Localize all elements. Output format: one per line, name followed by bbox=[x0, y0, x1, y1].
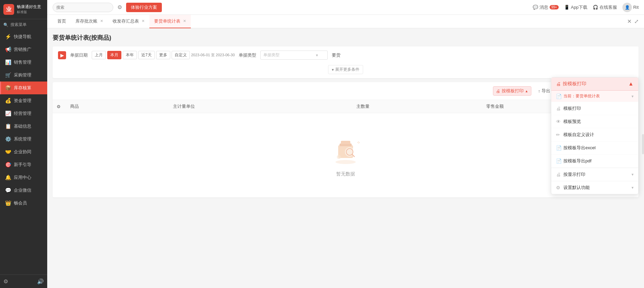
online-service-btn[interactable]: 🎧 在线客服 bbox=[593, 4, 617, 10]
date-btn-this-month[interactable]: 本月 bbox=[107, 51, 121, 59]
tab-order-summary[interactable]: 要货单统计表 ✕ bbox=[149, 15, 191, 28]
filter-expand-arrow[interactable]: ▶ bbox=[58, 51, 66, 59]
topbar-actions: 💬 消息 99+ 📱 App下载 🎧 在线客服 👤 Rit bbox=[533, 3, 639, 12]
sidebar-item-finance[interactable]: 💰 资金管理 bbox=[0, 94, 47, 107]
popup-current-icon: 📄 bbox=[556, 94, 562, 99]
cooperation-icon: 🤝 bbox=[5, 149, 11, 155]
tab-receipt-summary-close[interactable]: ✕ bbox=[142, 19, 145, 23]
tab-order-summary-close[interactable]: ✕ bbox=[183, 19, 186, 23]
member-icon: 👑 bbox=[5, 200, 11, 206]
tab-order-summary-label: 要货单统计表 bbox=[154, 18, 180, 24]
tab-home[interactable]: 首页 bbox=[53, 15, 71, 28]
app-name: 畅康通好生意 bbox=[17, 4, 41, 10]
tab-home-label: 首页 bbox=[57, 18, 66, 24]
export-pdf-label: 按模板导出pdf bbox=[563, 158, 591, 164]
topbar-gear-icon[interactable]: ⚙ bbox=[117, 4, 122, 10]
sidebar-item-newbie[interactable]: 🎯 新手引导 bbox=[0, 158, 47, 171]
sidebar-item-purchase[interactable]: 🛒 采购管理 bbox=[0, 69, 47, 82]
sidebar-item-member[interactable]: 👑 畅会员 bbox=[0, 197, 47, 210]
inventory-icon: 📦 bbox=[5, 85, 11, 91]
template-design-icon: ✏ bbox=[556, 132, 560, 137]
search-menu-label: 搜索菜单 bbox=[10, 22, 27, 28]
date-btn-custom[interactable]: 自定义 bbox=[172, 51, 190, 59]
filter-row-1: ▶ 单据日期 上月 本月 本年 近7天 更多 自定义 2023-06-01 至 … bbox=[58, 51, 633, 60]
search-input[interactable] bbox=[53, 3, 113, 12]
date-btn-last-month[interactable]: 上月 bbox=[92, 51, 106, 59]
settings-bottom-icon[interactable]: ⚙ bbox=[3, 278, 8, 285]
popup-item-template-design[interactable]: ✏ 模板自定义设计 bbox=[551, 128, 638, 141]
sidebar-item-wechat[interactable]: 💬 企业微信 bbox=[0, 184, 47, 197]
user-avatar-placeholder: 👤 bbox=[625, 5, 630, 10]
sidebar-item-label: 采购管理 bbox=[14, 72, 31, 78]
default-func-icon: ⚙ bbox=[556, 185, 560, 190]
system-icon: ⚙️ bbox=[5, 136, 11, 142]
sidebar-item-marketing[interactable]: 📢 营销推广 bbox=[0, 43, 47, 56]
sidebar-item-label: 基础信息 bbox=[14, 123, 31, 129]
print-arrow-icon: ▲ bbox=[525, 89, 528, 93]
operation-icon: 📈 bbox=[5, 110, 11, 117]
tab-window-close-btn[interactable]: ✕ bbox=[627, 18, 632, 25]
date-btn-more[interactable]: 更多 bbox=[156, 51, 170, 59]
sidebar-item-label: 系统管理 bbox=[14, 136, 31, 142]
tab-receipt-summary[interactable]: 收发存汇总表 ✕ bbox=[108, 15, 149, 28]
expand-more-btn[interactable]: ▾ 展开更多条件 bbox=[328, 65, 363, 74]
date-btn-7days[interactable]: 近7天 bbox=[138, 51, 155, 59]
search-icon: 🔍 bbox=[3, 23, 8, 27]
sidebar-item-cooperation[interactable]: 🤝 企业协同 bbox=[0, 146, 47, 158]
popup-item-export-pdf[interactable]: 📄 按模板导出pdf bbox=[551, 155, 638, 168]
main-content: ⚙ 体验行业方案 💬 消息 99+ 📱 App下载 🎧 在线客服 👤 Rit bbox=[47, 0, 644, 288]
sidebar-item-system[interactable]: ⚙️ 系统管理 bbox=[0, 133, 47, 146]
wechat-icon: 💬 bbox=[5, 187, 11, 193]
message-icon: 💬 bbox=[533, 5, 538, 10]
popup-current-item[interactable]: 📄 当前：要货单统计表 ▾ bbox=[551, 91, 638, 102]
sidebar-item-sales[interactable]: 📊 销售管理 bbox=[0, 56, 47, 69]
tab-window-expand-btn[interactable]: ⤢ bbox=[634, 18, 639, 25]
sidebar-item-basic[interactable]: 📋 基础信息 bbox=[0, 120, 47, 133]
export-excel-icon: 📄 bbox=[556, 145, 562, 151]
type-select-arrow: ▾ bbox=[316, 53, 318, 58]
sidebar-item-label: 新手引导 bbox=[14, 162, 31, 168]
sidebar-item-label: 快捷导航 bbox=[14, 34, 31, 40]
tab-batch-account-close[interactable]: ✕ bbox=[100, 19, 103, 23]
export-excel-label: 按模板导出excel bbox=[563, 145, 595, 151]
popup-item-export-excel[interactable]: 📄 按模板导出excel bbox=[551, 141, 638, 155]
export-pdf-icon: 📄 bbox=[556, 158, 562, 164]
resize-bar[interactable] bbox=[642, 134, 644, 154]
display-print-arrow: ▾ bbox=[632, 172, 634, 177]
default-func-label: 设置默认功能 bbox=[563, 185, 590, 191]
sidebar-item-operation[interactable]: 📈 经营管理 bbox=[0, 107, 47, 120]
sidebar-item-appstore[interactable]: 🔔 应用中心 bbox=[0, 171, 47, 184]
popup-section-display-print[interactable]: 🖨 按显示打印 ▾ bbox=[551, 168, 638, 181]
app-download-btn[interactable]: 📱 App下载 bbox=[564, 4, 587, 10]
sidebar-item-label: 应用中心 bbox=[14, 174, 31, 181]
sales-icon: 📊 bbox=[5, 59, 11, 65]
svg-point-7 bbox=[337, 155, 341, 159]
popup-header: 🖨 按模板打印 ▲ bbox=[551, 77, 638, 91]
tab-batch-account[interactable]: 库存批次账 ✕ bbox=[71, 15, 108, 28]
date-filter-label: 单据日期 bbox=[70, 52, 88, 58]
expand-more-icon: ▾ bbox=[332, 67, 334, 72]
sidebar-item-quick-nav[interactable]: ⚡ 快捷导航 bbox=[0, 30, 47, 43]
sidebar-item-label: 资金管理 bbox=[14, 98, 31, 104]
popup-item-template-preview[interactable]: 👁 模板预览 bbox=[551, 115, 638, 128]
message-btn[interactable]: 💬 消息 99+ bbox=[533, 4, 559, 10]
app-download-label: App下载 bbox=[571, 4, 587, 10]
th-settings[interactable]: ⚙ bbox=[53, 100, 66, 113]
print-template-btn[interactable]: 🖨 按模板打印 ▲ bbox=[493, 86, 531, 96]
user-avatar-btn[interactable]: 👤 Rit bbox=[622, 3, 639, 12]
popup-section-default-func[interactable]: ⚙ 设置默认功能 ▾ bbox=[551, 181, 638, 194]
export-btn[interactable]: ↑ 导出 bbox=[535, 87, 553, 95]
default-func-arrow: ▾ bbox=[632, 185, 634, 190]
search-menu-btn[interactable]: 🔍 搜索菜单 bbox=[0, 19, 47, 30]
page-content: 要货单统计表(按商品) ▶ 单据日期 上月 本月 本年 近7天 更多 自定义 2… bbox=[47, 28, 644, 288]
volume-bottom-icon[interactable]: 🔊 bbox=[37, 278, 44, 285]
basic-icon: 📋 bbox=[5, 123, 11, 129]
th-quantity: 主数量 bbox=[352, 100, 482, 113]
popup-close-btn[interactable]: ▲ bbox=[628, 81, 634, 87]
popup-item-template-print[interactable]: 🖨 模板打印 bbox=[551, 102, 638, 115]
sidebar-item-inventory[interactable]: 📦 库存核算 bbox=[0, 82, 47, 94]
industry-btn[interactable]: 体验行业方案 bbox=[126, 3, 162, 12]
sidebar-item-label: 经营管理 bbox=[14, 110, 31, 117]
type-select[interactable]: 单据类型 ▾ bbox=[260, 51, 328, 60]
date-btn-this-year[interactable]: 本年 bbox=[123, 51, 137, 59]
